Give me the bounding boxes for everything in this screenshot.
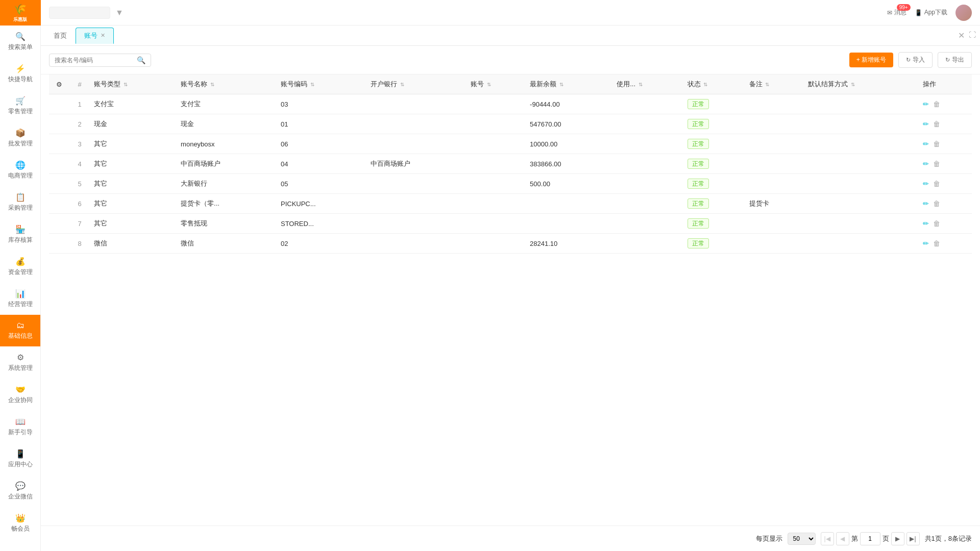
delete-button[interactable]: 🗑 [933, 239, 940, 247]
row-code: 05 [277, 174, 366, 194]
sidebar-item-wechat[interactable]: 💬 企业微信 [0, 475, 40, 507]
col-settings[interactable]: ⚙ [49, 74, 69, 94]
row-account [467, 94, 526, 114]
edit-button[interactable]: ✏ [923, 140, 929, 148]
export-button[interactable]: ↻ 导出 [938, 52, 972, 68]
row-bank [366, 94, 467, 114]
delete-button[interactable]: 🗑 [933, 180, 940, 188]
col-remark[interactable]: 备注 ⇅ [745, 74, 804, 94]
sidebar-item-shortcut[interactable]: ⚡ 快捷导航 [0, 58, 40, 90]
next-page-button[interactable]: ▶ [891, 532, 904, 545]
search-input[interactable] [55, 57, 134, 64]
row-status: 正常 [683, 214, 745, 234]
row-code: 02 [277, 234, 366, 254]
edit-button[interactable]: ✏ [923, 199, 929, 208]
sidebar-item-appcenter[interactable]: 📱 应用中心 [0, 443, 40, 475]
guide-icon: 📖 [15, 417, 26, 427]
row-usage [612, 114, 683, 134]
user-avatar[interactable] [955, 5, 972, 21]
col-bank[interactable]: 开户银行 ⇅ [366, 74, 467, 94]
header-dropdown-icon[interactable]: ▼ [115, 8, 124, 17]
add-account-button[interactable]: + 新增账号 [849, 53, 893, 67]
row-settings [49, 114, 69, 134]
inventory-icon: 🏪 [15, 224, 26, 234]
col-name[interactable]: 账号名称 ⇅ [177, 74, 277, 94]
delete-button[interactable]: 🗑 [933, 160, 940, 168]
delete-button[interactable]: 🗑 [933, 120, 940, 128]
sidebar-item-system[interactable]: ⚙ 系统管理 [0, 346, 40, 379]
first-page-button[interactable]: |◀ [821, 532, 834, 545]
col-status[interactable]: 状态 ⇅ [683, 74, 745, 94]
row-name: 大新银行 [177, 174, 277, 194]
message-button[interactable]: ✉ 消息 99+ [887, 8, 906, 17]
close-window-icon[interactable]: ✕ [958, 31, 965, 40]
edit-button[interactable]: ✏ [923, 219, 929, 228]
sidebar-item-search[interactable]: 🔍 搜索菜单 [0, 26, 40, 58]
delete-button[interactable]: 🗑 [933, 100, 940, 108]
sort-usage-icon: ⇅ [639, 82, 643, 87]
sidebar-item-purchase[interactable]: 📋 采购管理 [0, 186, 40, 218]
row-index: 8 [69, 234, 90, 254]
agreement-icon: 🤝 [15, 385, 26, 394]
sidebar-item-operations[interactable]: 📊 经营管理 [0, 283, 40, 315]
sidebar-item-ecommerce[interactable]: 🌐 电商管理 [0, 154, 40, 186]
search-box[interactable]: 🔍 [49, 54, 151, 67]
row-index: 4 [69, 154, 90, 174]
row-settings [49, 194, 69, 214]
sidebar-item-basic[interactable]: 🗂 基础信息 [0, 315, 40, 346]
app-download-button[interactable]: 📱 App下载 [915, 8, 947, 17]
tab-close-icon[interactable]: ✕ [101, 32, 105, 39]
row-usage [612, 234, 683, 254]
edit-button[interactable]: ✏ [923, 100, 929, 108]
delete-button[interactable]: 🗑 [933, 219, 940, 228]
toolbar: 🔍 + 新增账号 ↻ 导入 ↻ 导出 [41, 46, 980, 74]
row-actions: ✏ 🗑 [919, 194, 972, 214]
prev-page-button[interactable]: ◀ [836, 532, 849, 545]
row-actions: ✏ 🗑 [919, 94, 972, 114]
sidebar-item-wholesale[interactable]: 📦 批发管理 [0, 122, 40, 154]
toolbar-right: + 新增账号 ↻ 导入 ↻ 导出 [849, 52, 972, 68]
table-row: 8 微信 微信 02 28241.10 正常 ✏ 🗑 [49, 234, 972, 254]
page-input[interactable] [860, 532, 880, 545]
sidebar-item-retail[interactable]: 🛒 零售管理 [0, 90, 40, 122]
sidebar-item-agreement[interactable]: 🤝 企业协同 [0, 379, 40, 411]
import-button[interactable]: ↻ 导入 [898, 52, 933, 68]
status-badge: 正常 [688, 238, 709, 248]
edit-button[interactable]: ✏ [923, 120, 929, 128]
col-payment[interactable]: 默认结算方式 ⇅ [804, 74, 918, 94]
last-page-button[interactable]: ▶| [906, 532, 920, 545]
status-badge: 正常 [688, 119, 709, 129]
sidebar-item-member[interactable]: 👑 畅会员 [0, 507, 40, 539]
header-search-input[interactable] [49, 7, 110, 19]
col-balance[interactable]: 最新余额 ⇅ [526, 74, 612, 94]
tab-accounts[interactable]: 账号 ✕ [76, 28, 114, 44]
sidebar-item-inventory[interactable]: 🏪 库存核算 [0, 218, 40, 251]
row-status: 正常 [683, 154, 745, 174]
expand-icon[interactable]: ⛶ [969, 31, 976, 40]
tab-accounts-label: 账号 [84, 31, 97, 40]
sidebar-item-finance[interactable]: 💰 资金管理 [0, 251, 40, 283]
col-type[interactable]: 账号类型 ⇅ [90, 74, 177, 94]
delete-button[interactable]: 🗑 [933, 199, 940, 208]
row-remark [745, 154, 804, 174]
row-name: 微信 [177, 234, 277, 254]
row-name: moneybosx [177, 134, 277, 154]
row-actions: ✏ 🗑 [919, 114, 972, 134]
edit-button[interactable]: ✏ [923, 180, 929, 188]
col-code[interactable]: 账号编码 ⇅ [277, 74, 366, 94]
row-payment [804, 114, 918, 134]
delete-button[interactable]: 🗑 [933, 140, 940, 148]
row-usage [612, 94, 683, 114]
edit-button[interactable]: ✏ [923, 160, 929, 168]
edit-button[interactable]: ✏ [923, 239, 929, 247]
col-account[interactable]: 账号 ⇅ [467, 74, 526, 94]
sidebar-item-guide[interactable]: 📖 新手引导 [0, 411, 40, 443]
row-code: 04 [277, 154, 366, 174]
col-usage[interactable]: 使用... ⇅ [612, 74, 683, 94]
page-suffix: 页 [883, 534, 889, 543]
sidebar: 🌾 乐惠版 🔍 搜索菜单 ⚡ 快捷导航 🛒 零售管理 📦 批发管理 🌐 电商管理… [0, 0, 41, 551]
tab-home[interactable]: 首页 [45, 28, 76, 44]
row-settings [49, 234, 69, 254]
table-row: 2 现金 现金 01 547670.00 正常 ✏ 🗑 [49, 114, 972, 134]
per-page-select[interactable]: 50 20 100 [788, 533, 816, 545]
